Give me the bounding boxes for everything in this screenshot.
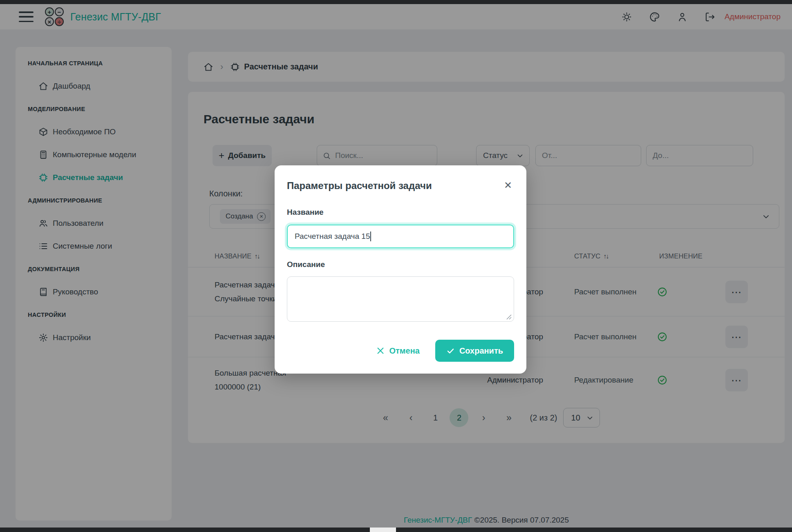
description-field-label: Описание [287,260,325,269]
resize-handle-icon[interactable] [506,314,512,319]
text-caret [370,231,371,241]
save-button[interactable]: Сохранить [435,340,514,362]
close-icon [376,346,385,355]
bottom-chrome-highlight [370,528,396,532]
task-description-textarea[interactable] [287,276,514,322]
top-chrome-strip [0,0,792,4]
modal-actions: Отмена Сохранить [376,340,514,362]
modal-title: Параметры расчетной задачи [287,180,432,191]
bottom-chrome-strip [0,528,792,532]
cancel-button[interactable]: Отмена [376,346,419,356]
name-field-label: Название [287,208,324,217]
close-icon[interactable]: ✕ [503,180,513,191]
task-params-modal: Параметры расчетной задачи ✕ Название Ра… [275,165,526,374]
task-name-input[interactable]: Расчетная задача 15 [287,225,514,248]
check-icon [446,347,455,355]
